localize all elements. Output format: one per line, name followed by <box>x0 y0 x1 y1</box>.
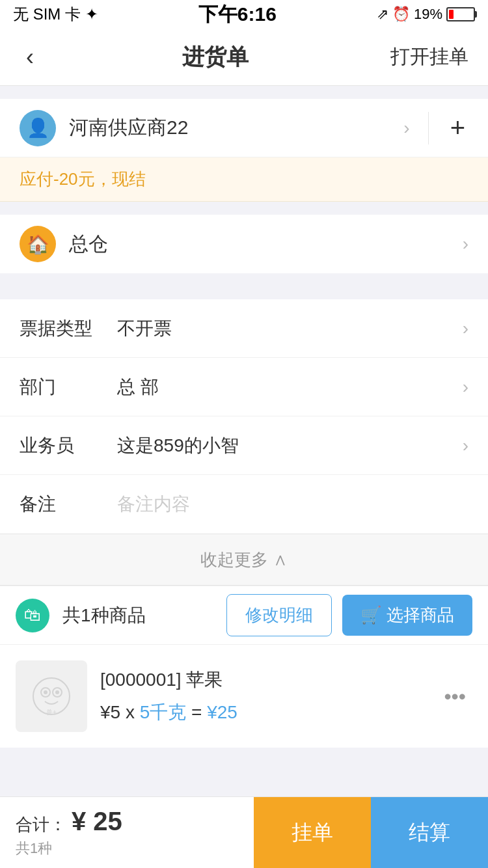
invoice-value: 不开票 <box>98 316 463 341</box>
select-product-label: 选择商品 <box>386 604 454 627</box>
status-bar: 无 SIM 卡 ✦ 下午6:16 ⇗ ⏰ 19% <box>0 0 488 29</box>
supplier-chevron-icon: › <box>403 118 409 139</box>
supplier-notice: 应付-20元，现结 <box>0 157 488 202</box>
select-product-button[interactable]: 🛒 选择商品 <box>342 595 472 636</box>
add-supplier-button[interactable]: + <box>447 110 468 146</box>
collapse-bar[interactable]: 收起更多 ∧ <box>0 534 488 586</box>
edit-detail-button[interactable]: 修改明细 <box>226 594 332 636</box>
bottom-bar: 合计： ¥ 25 共1种 挂单 结算 <box>0 796 488 868</box>
remark-label: 备注 <box>20 492 98 517</box>
product-price-row: ¥5 x 5千克 = ¥25 <box>100 700 437 725</box>
remark-input[interactable]: 备注内容 <box>98 492 468 517</box>
invoice-row[interactable]: 票据类型 不开票 › <box>0 299 488 358</box>
back-button[interactable]: ‹ <box>20 37 40 77</box>
product-code: [0000001] <box>100 670 182 690</box>
warehouse-chevron-icon: › <box>463 234 468 254</box>
product-more-button[interactable]: ••• <box>437 678 472 715</box>
house-icon: 🏠 <box>27 234 49 255</box>
total-label: 合计： <box>16 813 66 836</box>
dept-value: 总 部 <box>98 375 463 400</box>
price-separator: x <box>126 702 140 722</box>
warehouse-icon: 🏠 <box>20 226 56 262</box>
supplier-row[interactable]: 👤 河南供应商22 › + <box>0 99 488 157</box>
warehouse-card: 🏠 总仓 › <box>0 215 488 273</box>
salesman-value: 这是859的小智 <box>98 433 463 458</box>
equals-sign: = <box>191 702 207 722</box>
hang-button[interactable]: 挂单 <box>254 797 371 869</box>
svg-point-3 <box>44 690 47 694</box>
total-amount-row: 合计： ¥ 25 <box>16 807 238 836</box>
salesman-label: 业务员 <box>20 433 98 458</box>
bag-icon: 🛍 <box>24 605 41 625</box>
supplier-name: 河南供应商22 <box>69 115 403 141</box>
page-title: 进货单 <box>182 42 249 72</box>
select-product-icon: 🛒 <box>360 605 381 625</box>
settle-button[interactable]: 结算 <box>371 797 488 869</box>
product-name: [0000001] 苹果 <box>100 668 437 692</box>
invoice-chevron-icon: › <box>463 318 468 339</box>
supplier-avatar: 👤 <box>20 110 56 146</box>
status-time: 下午6:16 <box>198 1 277 28</box>
product-thumbnail: 兽+ <box>16 660 87 732</box>
quantity: 5千克 <box>140 702 187 722</box>
form-section: 票据类型 不开票 › 部门 总 部 › 业务员 这是859的小智 › 备注 备注… <box>0 299 488 534</box>
nav-bar: ‹ 进货单 打开挂单 <box>0 29 488 86</box>
sim-text: 无 SIM 卡 ✦ <box>13 4 98 25</box>
status-left: 无 SIM 卡 ✦ <box>13 4 98 25</box>
battery-percent: 19% <box>414 6 442 23</box>
supplier-card: 👤 河南供应商22 › + 应付-20元，现结 <box>0 99 488 202</box>
svg-point-4 <box>55 690 59 694</box>
unit-price: ¥5 <box>100 702 120 722</box>
product-header: 🛍 共1种商品 修改明细 🛒 选择商品 <box>0 586 488 644</box>
section-gap-1 <box>0 86 488 99</box>
warehouse-name: 总仓 <box>69 231 463 258</box>
location-icon: ⇗ <box>377 6 388 23</box>
avatar-icon: 👤 <box>27 117 49 139</box>
total-amount: ¥ 25 <box>72 807 122 836</box>
salesman-row[interactable]: 业务员 这是859的小智 › <box>0 416 488 475</box>
battery-icon <box>446 7 475 21</box>
dept-label: 部门 <box>20 375 98 400</box>
section-gap-2 <box>0 202 488 215</box>
total-count: 共1种 <box>16 839 238 858</box>
product-title: 苹果 <box>186 670 223 690</box>
product-placeholder-icon: 兽+ <box>32 677 71 716</box>
supplier-divider <box>428 112 429 144</box>
invoice-label: 票据类型 <box>20 316 98 341</box>
total-section: 合计： ¥ 25 共1种 <box>0 807 254 858</box>
dept-row[interactable]: 部门 总 部 › <box>0 358 488 416</box>
collapse-text: 收起更多 ∧ <box>200 549 287 571</box>
product-item: 兽+ [0000001] 苹果 ¥5 x 5千克 = ¥25 ••• <box>0 644 488 748</box>
section-gap-3 <box>0 273 488 286</box>
product-count-text: 共1种商品 <box>62 603 226 628</box>
dept-chevron-icon: › <box>463 377 468 398</box>
open-pending-button[interactable]: 打开挂单 <box>390 44 468 70</box>
status-right: ⇗ ⏰ 19% <box>377 6 475 23</box>
product-info: [0000001] 苹果 ¥5 x 5千克 = ¥25 <box>100 668 437 725</box>
warehouse-row[interactable]: 🏠 总仓 › <box>0 215 488 273</box>
product-count-icon: 🛍 <box>16 599 49 632</box>
svg-text:兽+: 兽+ <box>46 709 57 716</box>
product-total: ¥25 <box>207 702 237 722</box>
alarm-icon: ⏰ <box>392 6 410 23</box>
salesman-chevron-icon: › <box>463 435 468 456</box>
remark-row[interactable]: 备注 备注内容 <box>0 475 488 534</box>
